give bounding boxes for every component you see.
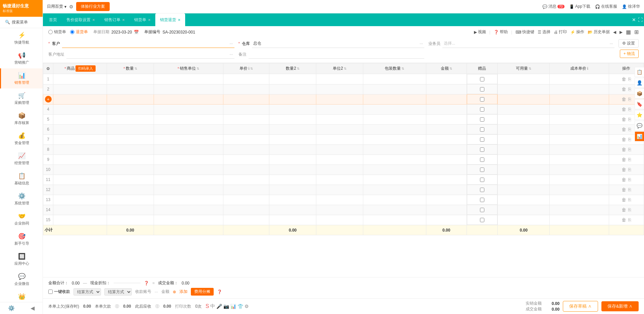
copy-row-btn[interactable]: ⎘ [628,117,631,122]
available-cell[interactable] [498,134,550,144]
calendar-icon[interactable]: 📅 [134,30,139,35]
qty-cell[interactable] [107,165,154,175]
right-icon-1[interactable]: 📋 [635,67,644,77]
gift-checkbox[interactable] [480,158,484,162]
tab-sales-order[interactable]: 销售订单 ✕ [100,13,129,26]
user-item[interactable]: 👤 徐泽华 [622,4,640,9]
unit2-cell[interactable] [316,94,363,104]
unit-price-cell[interactable] [223,94,269,104]
qty-cell[interactable] [107,215,154,225]
pack-qty-cell[interactable] [363,104,426,114]
copy-row-btn[interactable]: ⎘ [628,167,631,172]
qty2-cell[interactable] [269,185,316,195]
goods-cell[interactable] [53,185,107,195]
goods-cell[interactable] [53,124,107,134]
gift-cell[interactable] [467,114,498,124]
sidebar-item-stock-calc[interactable]: 📦 库存核算 [0,109,43,129]
qty-cell[interactable] [107,74,154,84]
tab-home[interactable]: 首页 [44,13,62,26]
sidebar-item-quick-nav[interactable]: ⚡ 快捷导航 [0,28,43,48]
cost-price-cell[interactable] [549,84,609,94]
goods-cell[interactable] [53,175,107,185]
unit-price-cell[interactable] [223,185,269,195]
tab-sales-delivery-close[interactable]: ✕ [148,18,151,22]
help-action[interactable]: ❓ 帮助 [494,29,508,35]
radio-sale-input[interactable] [48,30,53,34]
list-view-icon[interactable]: ▦ [626,29,631,35]
shortcuts-action[interactable]: ⌨ 快捷键 [516,29,534,35]
sidebar-item-app-center[interactable]: 🔲 应用中心 [0,249,43,269]
delete-row-btn[interactable]: 🗑 [622,76,626,82]
delete-row-btn[interactable]: 🗑 [622,137,626,142]
delete-row-btn[interactable]: 🗑 [622,117,626,122]
unit2-cell[interactable] [316,154,363,165]
gift-checkbox[interactable] [480,77,484,81]
amount-cell[interactable] [426,205,467,215]
message-item[interactable]: 💬 消息 70 [542,4,565,9]
sales-unit-cell[interactable] [154,134,223,144]
pack-qty-cell[interactable] [363,154,426,165]
qty2-cell[interactable] [269,124,316,134]
logistics-button[interactable]: + 物流 [620,50,639,58]
amount-cell[interactable] [426,84,467,94]
gift-checkbox[interactable] [480,147,484,152]
unit-price-cell[interactable] [223,175,269,185]
available-cell[interactable] [498,124,550,134]
goods-cell[interactable] [53,134,107,144]
cost-price-cell[interactable] [549,195,609,205]
fee-split-btn[interactable]: 费用分摊 [191,288,214,296]
gift-cell[interactable] [467,205,498,215]
unit-price-cell[interactable] [223,74,269,84]
th-gear[interactable]: ⚙ [43,63,53,74]
unit2-cell[interactable] [316,185,363,195]
sales-unit-cell[interactable] [154,205,223,215]
qty-cell[interactable] [107,195,154,205]
qty2-cell[interactable] [269,114,316,124]
cost-price-cell[interactable] [549,154,609,165]
goods-cell[interactable] [53,74,107,84]
gift-cell[interactable] [467,185,498,195]
cost-price-cell[interactable] [549,175,609,185]
gift-checkbox[interactable] [480,188,484,192]
qty-cell[interactable] [107,185,154,195]
cost-price-cell[interactable] [549,144,609,154]
unit2-sort-icon[interactable]: ⇅ [344,67,346,70]
gift-checkbox[interactable] [480,137,484,142]
delete-row-btn[interactable]: 🗑 [622,217,626,223]
goods-cell[interactable] [53,154,107,165]
available-cell[interactable] [498,165,550,175]
collapse-icon[interactable]: ◀ [31,305,35,311]
right-icon-2[interactable]: 👤 [635,78,644,88]
tool-icon-6[interactable]: 👕 [237,304,243,309]
save-new-btn[interactable]: 保存&新增 ∧ [601,301,639,311]
available-cell[interactable] [498,215,550,225]
gift-checkbox[interactable] [480,208,484,212]
qty2-cell[interactable] [269,215,316,225]
qty2-cell[interactable] [269,154,316,165]
customer-input[interactable]: ··· [62,39,234,48]
tab-sale-extract[interactable]: 售价提取设置 ✕ [62,13,100,26]
qty-cell[interactable] [107,144,154,154]
tab-sales-return[interactable]: 销货退货 ✕ [155,13,185,26]
right-icon-4[interactable]: 🔖 [635,99,644,109]
amount-cell[interactable] [426,215,467,225]
gift-checkbox[interactable] [480,178,484,182]
unit-price-cell[interactable] [223,195,269,205]
cost-price-cell[interactable] [549,94,609,104]
sidebar-item-new-user-guide[interactable]: 🎯 新手引导 [0,229,43,249]
cost-price-cell[interactable] [549,124,609,134]
available-cell[interactable] [498,104,550,114]
unit-price-cell[interactable] [223,144,269,154]
amount-cell[interactable] [426,175,467,185]
cost-price-cell[interactable] [549,104,609,114]
qty2-cell[interactable] [269,205,316,215]
tool-icon-5[interactable]: 📊 [230,304,236,309]
one-click-input[interactable] [48,290,53,294]
bank-dots[interactable]: ··· [155,290,158,294]
salesperson-input[interactable]: 选择... ··· [442,39,614,48]
sidebar-item-sys-mgmt[interactable]: ⚙️ 系统管理 [0,189,43,209]
sidebar-item-enterprise-wechat[interactable]: 💬 企业微信 [0,269,43,290]
experience-btn[interactable]: 体验行业方案 [76,2,110,11]
amount-cell[interactable] [426,104,467,114]
gift-cell[interactable] [467,134,498,144]
